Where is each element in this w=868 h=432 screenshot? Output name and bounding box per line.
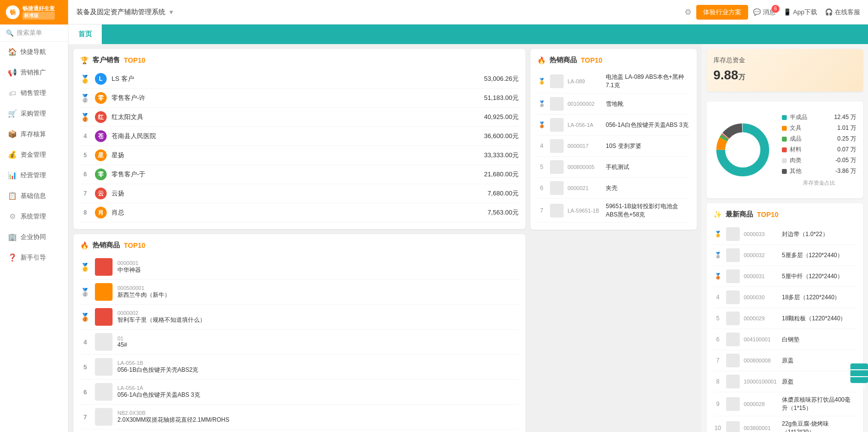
- sidebar-item-purchase[interactable]: 🛒 采购管理: [0, 103, 68, 124]
- sidebar-item-finance[interactable]: 💰 资金管理: [0, 144, 68, 165]
- phone-icon: 📱: [783, 8, 791, 16]
- float-btn-3[interactable]: 直播: [850, 377, 868, 383]
- sidebar-item-enterprise[interactable]: 🏢 企业协同: [0, 227, 68, 247]
- trial-button[interactable]: 体验行业方案: [696, 5, 748, 20]
- logo-text: 畅捷通好生意 标准版: [23, 5, 55, 20]
- hr-row-3: 🥉 LA-056-1A 056-1A白色按键开关盖ABS 3克: [537, 115, 690, 136]
- customer-avatar-6: 零: [95, 168, 107, 180]
- donut-section: 半成品 12.45 万 文具 1.01 万 成品 0.25 万: [713, 108, 856, 192]
- product-info-4: 01 45#: [117, 336, 519, 348]
- lp-row-9: 9 0000028 体槳蔗核味苏打饮品400毫升（1*15）: [713, 392, 856, 416]
- sidebar-item-inventory[interactable]: 📦 库存核算: [0, 124, 68, 144]
- hot-product-row-5: 5 LA-056-1B 056-1B白色按键开关壳ABS2克: [80, 355, 519, 380]
- customer-ranking-title: 🏆 客户销售 TOP10: [80, 56, 519, 65]
- cart-icon: 🛒: [8, 109, 17, 118]
- hot-product-row-3: 🥉 0000002 智利车子里（规格不知道填什么）: [80, 305, 519, 330]
- customer-avatar-5: 星: [95, 149, 107, 161]
- legend-item-1: 文具 1.01 万: [782, 124, 856, 132]
- lp-img-latest-7: [726, 354, 740, 367]
- float-btn-2[interactable]: 服务社区: [850, 370, 868, 376]
- lp-img-latest-1: [726, 227, 740, 241]
- building-icon: 🏢: [8, 233, 17, 241]
- lp-row-5: 5 0000029 18颗粒板（1220*2440）: [713, 308, 856, 329]
- customer-avatar-2: 零: [95, 92, 107, 104]
- sidebar: 畅 畅捷通好生意 标准版 🔍 搜索菜单 🏠 快捷导航 📢 营销推广 🏷 销售管理…: [0, 0, 69, 432]
- lp-img-6: [550, 181, 564, 195]
- sidebar-logo: 畅 畅捷通好生意 标准版: [0, 0, 68, 24]
- lp-img-latest-2: [726, 248, 740, 262]
- legend-dot-5: [782, 169, 787, 174]
- sidebar-item-marketing[interactable]: 📢 营销推广: [0, 62, 68, 83]
- app-download-btn[interactable]: 📱 App下载: [783, 8, 817, 17]
- customer-rank-row-3: 🥉 红 红太阳文具 40,925.00元: [80, 108, 519, 127]
- customer-rank-row-4: 4 苍 苍南县人民医院 36,600.00元: [80, 127, 519, 146]
- sidebar-item-system[interactable]: ⚙ 系统管理: [0, 206, 68, 227]
- product-info-6: LA-056-1A 056-1A白色按键开关盖ABS 3克: [117, 385, 519, 399]
- float-btn-1[interactable]: 客服热线: [850, 363, 868, 369]
- legend-item-2: 成品 0.25 万: [782, 135, 856, 143]
- search-menu[interactable]: 🔍 搜索菜单: [0, 24, 68, 42]
- lp-img-latest-3: [726, 269, 740, 283]
- lp-img-7: [550, 204, 564, 217]
- dropdown-icon[interactable]: ▼: [168, 9, 174, 16]
- hot-products-right-card: 🔥 热销商品 TOP10 🥇 LA-089 电池盖 LA-089 ABS本色+黑…: [530, 49, 697, 230]
- sidebar-item-sales[interactable]: 🏷 销售管理: [0, 83, 68, 103]
- product-info-2: 000500001 新西兰牛肉（新牛）: [117, 285, 519, 299]
- system-name: 装备及固定资产辅助管理系统 ▼: [76, 8, 680, 17]
- logo-icon: 畅: [6, 5, 20, 19]
- customer-rank-row-5: 5 星 星扬 33,333.00元: [80, 146, 519, 165]
- tag-icon: 🏷: [8, 89, 17, 97]
- hot-product-row-2: 🥈 000500001 新西兰牛肉（新牛）: [80, 280, 519, 305]
- product-info-7: NB2.0X30B 2.0X30MM双搓花轴搓花直径2.1MM/ROHS: [117, 410, 519, 424]
- hot-product-row-8: 8 0000011 12070519-xs: [80, 430, 519, 432]
- lp-img-latest-9: [726, 397, 740, 411]
- main-area: 装备及固定资产辅助管理系统 ▼ ⚙ 体验行业方案 💬 消息 6 📱 App下载 …: [69, 0, 868, 432]
- hr-row-1: 🥇 LA-089 电池盖 LA-089 ABS本色+黑种 7.1克: [537, 70, 690, 94]
- lp-img-latest-5: [726, 312, 740, 325]
- hot-products-right-title: 🔥 热销商品 TOP10: [537, 56, 690, 65]
- content-right: 库存总资金 9.88万: [702, 44, 868, 432]
- sidebar-item-base-info[interactable]: 📋 基础信息: [0, 186, 68, 206]
- lp-img-1: [550, 74, 564, 88]
- hot-product-row-4: 4 01 45#: [80, 330, 519, 355]
- medal-silver-icon: 🥈: [80, 94, 90, 103]
- product-img-1: [95, 258, 113, 276]
- customer-rank-row-7: 7 云 云扬 7,680.00元: [80, 184, 519, 203]
- donut-chart: [713, 120, 772, 179]
- headset-icon: 🎧: [825, 8, 833, 16]
- customer-rank-row-6: 6 零 零售客户-于 21,680.00元: [80, 165, 519, 184]
- legend-dot-4: [782, 158, 787, 163]
- lp-img-latest-10: [726, 421, 740, 432]
- medal-icon: 🥉: [80, 312, 90, 322]
- product-img-6: [95, 383, 113, 401]
- medal-icon: 🥈: [80, 288, 90, 297]
- legend-item-0: 半成品 12.45 万: [782, 113, 856, 121]
- product-img-4: [95, 333, 113, 351]
- settings-icon[interactable]: ⚙: [685, 7, 691, 17]
- lp-row-4: 4 0000030 18多层（1220*2440）: [713, 287, 856, 308]
- sidebar-item-quick-nav[interactable]: 🏠 快捷导航: [0, 42, 68, 62]
- hr-row-5: 5 000800005 手机测试: [537, 157, 690, 178]
- lp-row-2: 🥈 0000032 5厘多层（1220*2440）: [713, 245, 856, 266]
- lp-img-latest-4: [726, 290, 740, 304]
- hot-product-row-6: 6 LA-056-1A 056-1A白色按键开关盖ABS 3克: [80, 380, 519, 405]
- notifications-btn[interactable]: 💬 消息 6: [753, 8, 776, 17]
- sidebar-item-guide[interactable]: ❓ 新手引导: [0, 247, 68, 268]
- customer-ranking-card: 🏆 客户销售 TOP10 🥇 L LS 客户 53,006.26元 🥈: [73, 49, 525, 229]
- bell-icon: 💬: [753, 8, 761, 16]
- legend-dot-0: [782, 115, 787, 120]
- fire-icon: 🔥: [80, 241, 89, 249]
- header-right: 💬 消息 6 📱 App下载 🎧 在线客服: [753, 8, 860, 17]
- legend-item-5: 其他 -3.86 万: [782, 167, 856, 175]
- inventory-chart-card: 半成品 12.45 万 文具 1.01 万 成品 0.25 万: [707, 101, 863, 198]
- product-info-1: 0000001 中华神器: [117, 260, 519, 274]
- customer-rank-row-8: 8 肖 肖总 7,563.00元: [80, 203, 519, 222]
- sidebar-item-operations[interactable]: 📊 经营管理: [0, 165, 68, 186]
- lp-img-latest-8: [726, 375, 740, 388]
- customer-rank-row-2: 🥈 零 零售客户-许 51,183.00元: [80, 89, 519, 108]
- inventory-total: 9.88万: [713, 68, 856, 83]
- inventory-card: 库存总资金 9.88万: [707, 49, 863, 92]
- online-service-btn[interactable]: 🎧 在线客服: [825, 8, 860, 17]
- tab-home[interactable]: 首页: [69, 24, 102, 44]
- hot-product-row-7: 7 NB2.0X30B 2.0X30MM双搓花轴搓花直径2.1MM/ROHS: [80, 405, 519, 430]
